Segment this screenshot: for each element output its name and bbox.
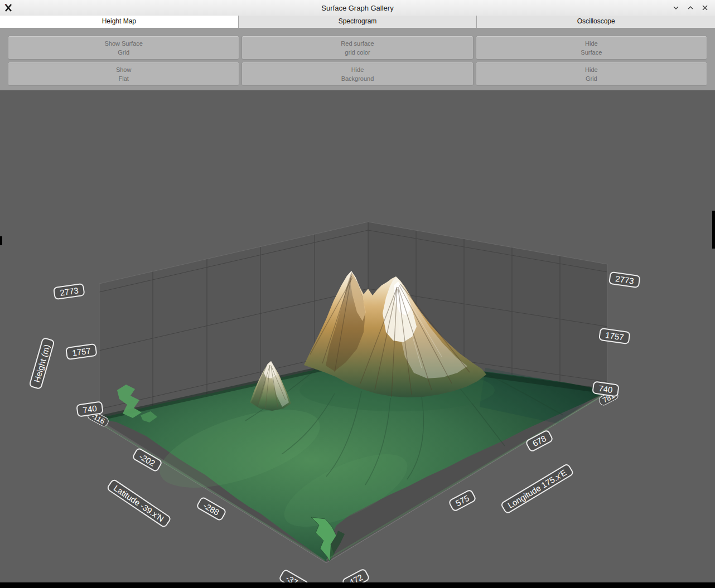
close-button[interactable] (700, 3, 709, 12)
close-icon (702, 4, 708, 11)
button-label-line: Background (341, 74, 374, 83)
button-label-line: Grid (586, 74, 597, 83)
right-edge-artifact (712, 211, 715, 249)
tab-spectrogram[interactable]: Spectrogram (239, 16, 477, 28)
toggle-background-button[interactable]: Hide Background (241, 62, 473, 86)
button-label-line: Show (116, 65, 132, 74)
button-label-line: Red surface (341, 39, 374, 48)
maximize-button[interactable] (686, 3, 695, 12)
button-label-line: Hide (351, 65, 364, 74)
button-label-line: Show Surface (104, 39, 142, 48)
left-edge-artifact (0, 236, 2, 245)
bottom-black-bar (0, 582, 715, 588)
button-label-line: Surface (581, 48, 602, 57)
button-label-line: Hide (585, 65, 598, 74)
toolbar: Show Surface Grid Red surface grid color… (0, 28, 715, 90)
chevron-down-icon (673, 4, 679, 11)
x-logo-icon (4, 3, 13, 12)
window-controls (671, 3, 715, 12)
button-label-line: grid color (345, 48, 370, 57)
window-title: Surface Graph Gallery (0, 4, 715, 12)
button-label-line: Hide (585, 39, 598, 48)
button-label-line: Flat (118, 74, 128, 83)
grid-color-button[interactable]: Red surface grid color (241, 36, 473, 60)
button-label-line: Grid (118, 48, 129, 57)
tab-bar: Height Map Spectrogram Oscilloscope (0, 16, 715, 28)
toggle-surface-button[interactable]: Hide Surface (476, 36, 707, 60)
tab-oscilloscope[interactable]: Oscilloscope (477, 16, 715, 28)
chevron-up-icon (687, 4, 694, 11)
toggle-surface-grid-button[interactable]: Show Surface Grid (8, 36, 239, 60)
toggle-flat-button[interactable]: Show Flat (8, 62, 239, 86)
titlebar: Surface Graph Gallery (0, 0, 715, 16)
shade-button[interactable] (671, 3, 680, 12)
toggle-grid-button[interactable]: Hide Grid (476, 62, 707, 86)
tab-height-map[interactable]: Height Map (0, 16, 239, 28)
